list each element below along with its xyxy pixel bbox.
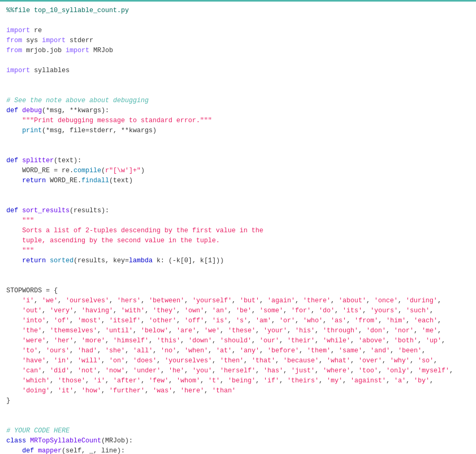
line-21: def sort_results(results): — [0, 206, 476, 216]
line-5: from mrjob.job import MRJob — [0, 46, 476, 56]
line-7: import syllables — [0, 66, 476, 76]
line-44: class MRTopSyllableCount(MRJob): — [0, 436, 476, 446]
line-6 — [0, 56, 476, 66]
line-26: return sorted(results, key=lambda k: (-k… — [0, 256, 476, 266]
line-9 — [0, 86, 476, 96]
line-28 — [0, 276, 476, 286]
line-18: return WORD_RE.findall(text) — [0, 176, 476, 186]
line-43: # YOUR CODE HERE — [0, 426, 476, 436]
line-11: def debug(*msg, **kwargs): — [0, 106, 476, 116]
line-2 — [0, 16, 476, 26]
code-editor[interactable]: %%file top_10_syllable_count.py import r… — [0, 0, 476, 454]
line-19 — [0, 186, 476, 196]
line-40: } — [0, 396, 476, 406]
line-27 — [0, 266, 476, 276]
line-42 — [0, 416, 476, 426]
line-41 — [0, 406, 476, 416]
line-22: """ — [0, 216, 476, 226]
line-1: %%file top_10_syllable_count.py — [0, 6, 476, 16]
line-31: 'out', 'very', 'having', 'with', 'they',… — [0, 306, 476, 316]
line-23: Sorts a list of 2-tuples descending by t… — [0, 226, 476, 236]
line-29: STOPWORDS = { — [0, 286, 476, 296]
line-45: def mapper(self, _, line): — [0, 446, 476, 454]
line-10: # See the note above about debugging — [0, 96, 476, 106]
line-24: tuple, ascending by the second value in … — [0, 236, 476, 246]
line-32: 'into', 'of', 'most', 'itself', 'other',… — [0, 316, 476, 326]
line-35: 'to', 'ours', 'had', 'she', 'all', 'no',… — [0, 346, 476, 356]
line-4: from sys import stderr — [0, 36, 476, 46]
line-20 — [0, 196, 476, 206]
line-17: WORD_RE = re.compile(r"[\w']+") — [0, 166, 476, 176]
line-33: 'the', 'themselves', 'until', 'below', '… — [0, 326, 476, 336]
line-13: print(*msg, file=stderr, **kwargs) — [0, 126, 476, 136]
line-12: """Print debugging message to standard e… — [0, 116, 476, 126]
line-3: import re — [0, 26, 476, 36]
line-14 — [0, 136, 476, 146]
line-37: 'can', 'did', 'not', 'now', 'under', 'he… — [0, 366, 476, 376]
line-8 — [0, 76, 476, 86]
line-25: """ — [0, 246, 476, 256]
line-36: 'have', 'in', 'will', 'on', 'does', 'you… — [0, 356, 476, 366]
line-16: def splitter(text): — [0, 156, 476, 166]
line-34: 'were', 'her', 'more', 'himself', 'this'… — [0, 336, 476, 346]
line-15 — [0, 146, 476, 156]
line-39: 'doing', 'it', 'how', 'further', 'was', … — [0, 386, 476, 396]
line-38: 'which', 'those', 'i', 'after', 'few', '… — [0, 376, 476, 386]
line-30: 'i', 'we', 'ourselves', 'hers', 'between… — [0, 296, 476, 306]
